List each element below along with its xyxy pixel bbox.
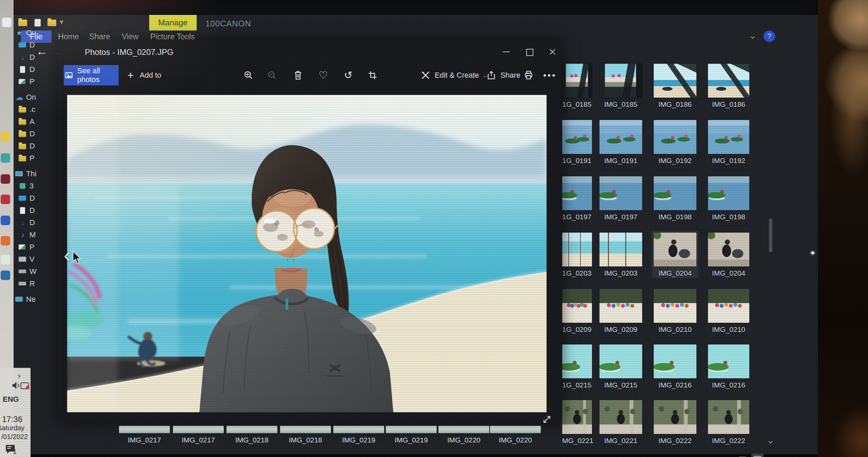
app-icon-7[interactable] bbox=[1, 271, 10, 280]
bottom-row-item-img_0217[interactable]: IMG_0217 bbox=[173, 426, 224, 444]
help-button[interactable]: ? bbox=[764, 31, 775, 42]
screenshot-tray-icon[interactable] bbox=[20, 381, 30, 390]
grid-item-img_0222[interactable]: IMG_0222 bbox=[706, 398, 751, 445]
crop-button[interactable] bbox=[367, 65, 378, 85]
grid-item-img_0185[interactable]: IMG_0185 bbox=[597, 62, 644, 109]
grid-item-img_0203[interactable]: IMG_0203 bbox=[597, 231, 644, 278]
nav-item-3[interactable]: 3 bbox=[18, 182, 34, 191]
scroll-down-chevron-icon[interactable]: ⌄ bbox=[766, 434, 775, 446]
nav-item-d[interactable]: D bbox=[18, 41, 35, 49]
nav-item-qu[interactable]: ★Qu bbox=[15, 28, 36, 37]
grid-item-1g_0191[interactable]: 1G_0191 bbox=[560, 118, 594, 165]
language-indicator[interactable]: ENG bbox=[3, 395, 19, 404]
explorer-back-button[interactable]: ← bbox=[36, 44, 48, 58]
app-icon-5[interactable] bbox=[1, 236, 10, 245]
close-button[interactable] bbox=[545, 46, 560, 58]
grid-item-1g_0209[interactable]: 1G_0209 bbox=[560, 287, 594, 334]
quick-access-folder2-icon[interactable] bbox=[47, 20, 56, 26]
app-icon-top[interactable] bbox=[2, 18, 12, 27]
previous-photo-button[interactable]: ‹ bbox=[64, 243, 70, 266]
nav-item-d[interactable]: ↓D bbox=[18, 218, 35, 227]
quick-access-folder-icon[interactable] bbox=[18, 20, 27, 26]
details-view-button[interactable] bbox=[736, 454, 749, 457]
grid-item-img_0186[interactable]: IMG_0186 bbox=[652, 62, 698, 109]
grid-item-img_0192[interactable]: IMG_0192 bbox=[706, 118, 751, 165]
grid-scrollbar[interactable] bbox=[769, 73, 772, 439]
grid-item-img_0209[interactable]: IMG_0209 bbox=[597, 287, 644, 334]
grid-item-img_0216[interactable]: IMG_0216 bbox=[652, 342, 698, 390]
see-more-button[interactable]: ••• bbox=[543, 65, 556, 85]
ribbon-collapse-icon[interactable]: ⌄ bbox=[749, 30, 756, 41]
volume-icon[interactable] bbox=[12, 381, 20, 390]
grid-item-img_0210[interactable]: IMG_0210 bbox=[706, 287, 751, 334]
nav-item-d[interactable]: D bbox=[18, 130, 35, 138]
grid-item-img_0197[interactable]: IMG_0197 bbox=[597, 174, 644, 222]
nav-item-p[interactable]: P bbox=[18, 243, 35, 252]
app-icon-0[interactable] bbox=[1, 132, 10, 141]
nav-item-d[interactable]: D bbox=[18, 65, 35, 74]
scrollbar-thumb[interactable] bbox=[769, 218, 772, 252]
nav-item-w[interactable]: W bbox=[18, 267, 37, 276]
nav-item-d[interactable]: D bbox=[18, 194, 35, 203]
nav-item-p[interactable]: P bbox=[18, 77, 35, 86]
quick-access-doc-icon[interactable] bbox=[35, 19, 41, 26]
minimize-button[interactable] bbox=[498, 46, 514, 58]
bottom-row-item-img_0220[interactable]: IMG_0220 bbox=[438, 426, 489, 444]
bottom-row-item-img_0217[interactable]: IMG_0217 bbox=[119, 426, 170, 444]
share-button[interactable]: Share bbox=[486, 65, 520, 85]
nav-item-v[interactable]: V bbox=[18, 255, 35, 264]
app-icon-2[interactable] bbox=[1, 174, 10, 184]
grid-item-img_0210[interactable]: IMG_0210 bbox=[652, 287, 698, 334]
app-icon-3[interactable] bbox=[1, 195, 10, 204]
grid-item-1g_0215[interactable]: 1G_0215 bbox=[560, 342, 594, 390]
nav-item-on[interactable]: ☁On bbox=[15, 93, 36, 102]
zoom-out-button[interactable] bbox=[267, 65, 278, 85]
app-icon-1[interactable] bbox=[1, 153, 10, 163]
ribbon-manage-tab[interactable]: Manage bbox=[149, 15, 197, 31]
clock-date[interactable]: /01/2022 bbox=[1, 433, 28, 441]
nav-item-r[interactable]: R bbox=[18, 279, 35, 288]
expand-photo-icon[interactable] bbox=[542, 414, 552, 424]
grid-item-mg_0221[interactable]: MG_0221 bbox=[560, 398, 594, 445]
thumbnail-view-button[interactable] bbox=[751, 454, 764, 457]
grid-item-1g_0197[interactable]: 1G_0197 bbox=[560, 174, 594, 222]
grid-item-img_0221[interactable]: IMG_0221 bbox=[597, 398, 644, 445]
favorite-button[interactable]: ♡ bbox=[317, 65, 329, 85]
quick-access-dropdown-icon[interactable]: ▾ bbox=[60, 18, 63, 26]
bottom-row-item-img_0218[interactable]: IMG_0218 bbox=[280, 426, 331, 444]
grid-item-img_0192[interactable]: IMG_0192 bbox=[652, 118, 698, 165]
nav-item-m[interactable]: ♪M bbox=[18, 231, 36, 239]
clock-time[interactable]: 17:36 bbox=[2, 415, 22, 424]
see-all-photos-button[interactable]: See all photos bbox=[64, 65, 119, 85]
bottom-row-item-img_0218[interactable]: IMG_0218 bbox=[226, 426, 277, 444]
grid-item-img_0198[interactable]: IMG_0198 bbox=[652, 174, 698, 222]
clock-day[interactable]: Saturday bbox=[0, 424, 24, 432]
grid-item-img_0186[interactable]: IMG_0186 bbox=[706, 62, 751, 109]
nav-item-p[interactable]: P bbox=[18, 154, 35, 163]
bottom-row-item-img_0219[interactable]: IMG_0219 bbox=[333, 426, 384, 444]
grid-item-img_0198[interactable]: IMG_0198 bbox=[706, 174, 751, 222]
grid-item-1g_0185[interactable]: 1G_0185 bbox=[560, 62, 594, 109]
nav-item-d[interactable]: D bbox=[18, 142, 35, 151]
print-button[interactable] bbox=[523, 65, 534, 85]
edit-create-button[interactable]: Edit & Create ⌄ bbox=[420, 65, 488, 85]
add-to-button[interactable]: + Add to bbox=[125, 65, 161, 85]
bottom-row-item-img_0220[interactable]: IMG_0220 bbox=[490, 426, 541, 444]
grid-item-img_0222[interactable]: IMG_0222 bbox=[652, 398, 698, 445]
nav-item-c[interactable]: .c bbox=[18, 105, 35, 114]
show-hidden-icons-chevron[interactable]: › bbox=[18, 371, 21, 381]
nav-item-d[interactable]: D bbox=[18, 206, 35, 215]
nav-item-a[interactable]: A bbox=[18, 117, 35, 126]
app-icon-4[interactable] bbox=[1, 216, 10, 225]
grid-item-img_0204[interactable]: IMG_0204 bbox=[652, 231, 698, 278]
grid-item-1g_0203[interactable]: 1G_0203 bbox=[560, 231, 594, 278]
nav-item-ne[interactable]: Ne bbox=[15, 295, 36, 304]
grid-item-img_0204[interactable]: IMG_0204 bbox=[706, 231, 751, 278]
rotate-button[interactable]: ↺ bbox=[342, 65, 354, 85]
maximize-button[interactable] bbox=[521, 46, 537, 58]
grid-item-img_0215[interactable]: IMG_0215 bbox=[597, 342, 644, 390]
nav-item-thi[interactable]: Thi bbox=[15, 170, 37, 178]
bottom-row-item-img_0219[interactable]: IMG_0219 bbox=[386, 426, 437, 444]
grid-item-img_0191[interactable]: IMG_0191 bbox=[597, 118, 644, 165]
nav-item-d[interactable]: ↓D bbox=[18, 53, 35, 62]
